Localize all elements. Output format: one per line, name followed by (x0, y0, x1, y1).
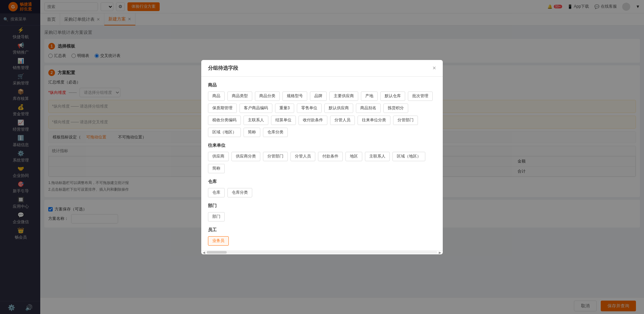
field-section-employee: 员工 业务员 (208, 227, 436, 246)
field-tag-salesperson[interactable]: 业务员 (208, 236, 229, 246)
field-tags-department: 部门 (208, 212, 436, 222)
field-tag-brand[interactable]: 品牌 (310, 91, 327, 101)
modal-body[interactable]: 商品 商品 商品类型 商品分类 规格型号 品牌 主要供应商 产地 默认仓库 批次… (201, 77, 443, 250)
field-tag-region-goods[interactable]: 区域（地区） (208, 128, 241, 137)
field-tag-supplier[interactable]: 供应商 (208, 152, 229, 161)
field-tag-dept[interactable]: 分管部门 (393, 116, 418, 125)
field-section-department: 部门 部门 (208, 203, 436, 222)
field-tag-department[interactable]: 部门 (208, 212, 225, 222)
field-tag-spec-model[interactable]: 规格型号 (282, 91, 307, 101)
field-tag-manager[interactable]: 分管人员 (330, 116, 355, 125)
modal: 分组待选字段 × 商品 商品 商品类型 商品分类 规格型号 品牌 主要供应商 产… (201, 60, 443, 250)
field-section-title-partner: 往来单位 (208, 142, 436, 148)
field-tag-default-supplier[interactable]: 默认供应商 (324, 104, 353, 113)
field-tag-partner-category[interactable]: 往来单位分类 (358, 116, 390, 125)
field-tag-warehouse-category[interactable]: 仓库分类 (263, 128, 288, 137)
field-section-partner: 往来单位 供应商 供应商分类 分管部门 分管人员 付款条件 地区 主联系人 区域… (208, 142, 436, 173)
field-tag-district[interactable]: 地区 (345, 152, 362, 161)
field-section-title-employee: 员工 (208, 227, 436, 233)
field-tag-batch-mgmt[interactable]: 批次管理 (408, 91, 433, 101)
field-section-title-warehouse: 仓库 (208, 179, 436, 185)
field-tag-supplier-category[interactable]: 供应商分类 (231, 152, 260, 161)
field-tag-warehouse-cat[interactable]: 仓库分类 (227, 188, 252, 197)
field-tag-retail-unit[interactable]: 零售单位 (297, 104, 322, 113)
field-tag-warehouse[interactable]: 仓库 (208, 188, 225, 197)
field-tag-region-partner[interactable]: 区域（地区） (392, 152, 425, 161)
field-section-warehouse: 仓库 仓库 仓库分类 (208, 179, 436, 197)
field-section-title-department: 部门 (208, 203, 436, 209)
field-tags-partner: 供应商 供应商分类 分管部门 分管人员 付款条件 地区 主联系人 区域（地区） … (208, 152, 436, 173)
field-tag-goods-category[interactable]: 商品分类 (255, 91, 280, 101)
field-tag-short-name-partner[interactable]: 简称 (208, 164, 225, 173)
field-tags-employee: 业务员 (208, 236, 436, 246)
field-tag-payment-cond[interactable]: 付款条件 (318, 152, 343, 161)
field-tag-default-warehouse[interactable]: 默认仓库 (380, 91, 405, 101)
field-tag-main-contact[interactable]: 主联系人 (244, 116, 268, 125)
field-tags-warehouse: 仓库 仓库分类 (208, 188, 436, 197)
field-tags-goods: 商品 商品类型 商品分类 规格型号 品牌 主要供应商 产地 默认仓库 批次管理 … (208, 91, 436, 137)
field-section-goods: 商品 商品 商品类型 商品分类 规格型号 品牌 主要供应商 产地 默认仓库 批次… (208, 82, 436, 137)
field-tag-customer-code[interactable]: 客户商品编码 (239, 104, 272, 113)
field-tag-main-contact-partner[interactable]: 主联系人 (365, 152, 390, 161)
field-tag-short-name[interactable]: 简称 (244, 128, 260, 137)
field-tag-managing-person[interactable]: 分管人员 (290, 152, 315, 161)
modal-header: 分组待选字段 × (201, 60, 443, 77)
modal-overlay: 分组待选字段 × 商品 商品 商品类型 商品分类 规格型号 品牌 主要供应商 产… (0, 0, 644, 250)
field-tag-tax-code[interactable]: 税收分类编码 (208, 116, 241, 125)
field-tag-goods-alias[interactable]: 商品别名 (356, 104, 381, 113)
field-tag-goods-type[interactable]: 商品类型 (227, 91, 252, 101)
field-tag-origin[interactable]: 产地 (361, 91, 378, 101)
field-section-title-goods: 商品 (208, 82, 436, 88)
modal-title: 分组待选字段 (208, 65, 238, 71)
field-tag-settlement-unit[interactable]: 结算单位 (271, 116, 296, 125)
field-tag-expiry-mgmt[interactable]: 保质期管理 (208, 104, 237, 113)
field-tag-weight[interactable]: 重量3 (275, 104, 294, 113)
field-tag-payment-terms[interactable]: 收付款条件 (299, 116, 327, 125)
field-tag-main-supplier[interactable]: 主要供应商 (329, 91, 358, 101)
modal-close-button[interactable]: × (432, 65, 436, 72)
field-tag-managing-dept[interactable]: 分管部门 (263, 152, 288, 161)
field-tag-goods[interactable]: 商品 (208, 91, 225, 101)
field-tag-pick-points[interactable]: 拣货积分 (383, 104, 408, 113)
